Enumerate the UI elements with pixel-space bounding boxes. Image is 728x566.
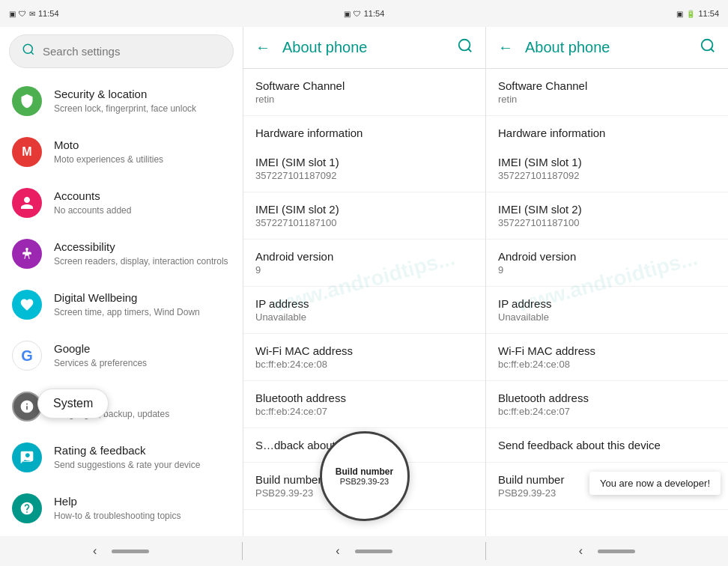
about-title-2: About phone [525,39,700,56]
help-subtitle: How-to & troubleshooting topics [54,511,231,523]
bluetooth-value-1: bc:ff:eb:24:ce:07 [255,406,473,417]
wifi-mac-title-1: Wi-Fi MAC address [255,344,473,357]
security-subtitle: Screen lock, fingerprint, face unlock [54,103,231,115]
google-item-text: Google Services & preferences [54,341,231,369]
time-right: 11:54 [698,9,719,18]
svg-line-4 [468,49,471,52]
hardware-info-header-2: Hardware information [486,116,728,145]
settings-item-security[interactable]: Security & location Screen lock, fingerp… [0,76,243,127]
build-circle-value: PSB29.39-23 [340,477,389,486]
system-item-text: System System Languages, backup, updates [54,392,231,420]
back-arrow-1[interactable]: ← [255,39,270,56]
ip-address-value-1: Unavailable [255,311,473,323]
bottom-nav-left: ‹ [0,544,242,558]
google-title: Google [54,341,231,356]
about-title-1: About phone [282,39,457,56]
shield-icon: 🛡 [19,10,26,18]
rating-title: Rating & feedback [54,443,231,458]
imei-slot2-title-1: IMEI (SIM slot 2) [255,203,473,216]
imei-slot2-2[interactable]: IMEI (SIM slot 2) 357227101187100 [486,192,728,240]
settings-item-digital-wellbeing[interactable]: Digital Wellbeing Screen time, app timer… [0,279,243,330]
software-channel-title-1: Software Channel [255,79,473,92]
accessibility-icon [12,239,42,269]
rating-icon [12,442,42,472]
settings-item-moto[interactable]: M Moto Moto experiences & utilities [0,127,243,177]
signal-icon-right: ▣ [676,10,683,18]
about-panel-2: ← About phone Software Channel retin Har… [486,27,728,536]
ip-address-2[interactable]: IP address Unavailable [486,287,728,334]
android-version-2[interactable]: Android version 9 [486,240,728,287]
about-content-2: Software Channel retin Hardware informat… [486,69,728,536]
bluetooth-2[interactable]: Bluetooth address bc:ff:eb:24:ce:07 [486,381,728,428]
svg-point-0 [23,44,32,53]
software-channel-title-2: Software Channel [498,79,716,92]
search-placeholder: Search settings [43,45,120,58]
settings-list: Security & location Screen lock, fingerp… [0,76,243,536]
imei-slot1-value-1: 357227101187092 [255,170,473,181]
message-icon: ✉ [29,10,35,18]
about-search-1[interactable] [457,37,473,58]
system-tooltip: System [37,389,109,419]
software-channel-1[interactable]: Software Channel retin [243,69,485,116]
wifi-mac-1[interactable]: Wi-Fi MAC address bc:ff:eb:24:ce:08 [243,334,485,381]
back-button-center[interactable]: ‹ [336,544,339,558]
accounts-subtitle: No accounts added [54,205,231,217]
status-right: ▣ 🔋 11:54 [485,9,728,18]
nav-pill-left [112,550,149,553]
imei-slot2-value-1: 357227101187100 [255,217,473,228]
imei-slot2-1[interactable]: IMEI (SIM slot 2) 357227101187100 [243,192,485,240]
ip-address-1[interactable]: IP address Unavailable [243,287,485,334]
settings-item-google[interactable]: G Google Services & preferences [0,330,243,381]
time-left: 11:54 [38,9,59,18]
notification-icon-center: ▣ [344,10,351,18]
accessibility-item-text: Accessibility Screen readers, display, i… [54,240,231,267]
back-button-left[interactable]: ‹ [93,544,97,558]
developer-toast: You are now a developer! [589,472,721,495]
bluetooth-title-1: Bluetooth address [255,392,473,404]
google-icon: G [12,341,42,371]
help-title: Help [54,494,231,509]
imei-slot1-title-2: IMEI (SIM slot 1) [498,156,716,168]
security-title: Security & location [54,87,231,102]
moto-title: Moto [54,138,231,153]
digital-wellbeing-subtitle: Screen time, app timers, Wind Down [54,307,231,319]
bluetooth-1[interactable]: Bluetooth address bc:ff:eb:24:ce:07 [243,381,485,428]
settings-item-system[interactable]: System System Languages, backup, updates [0,381,243,432]
digital-wellbeing-icon [12,290,42,320]
imei-slot1-1[interactable]: IMEI (SIM slot 1) 357227101187092 [243,145,485,192]
about-header-2: ← About phone [486,27,728,69]
software-channel-value-1: retin [255,94,473,105]
imei-slot2-value-2: 357227101187100 [498,217,716,228]
status-bar: ▣ 🛡 ✉ 11:54 ▣ 🛡 11:54 ▣ 🔋 11:54 [0,0,728,27]
imei-slot1-2[interactable]: IMEI (SIM slot 1) 357227101187092 [486,145,728,192]
moto-letter: M [22,145,31,159]
send-feedback-2[interactable]: Send feedback about this device [486,428,728,463]
svg-point-5 [702,40,713,51]
android-version-value-2: 9 [498,264,716,276]
help-icon [12,493,42,523]
bottom-nav: ‹ ‹ ‹ [0,536,728,566]
bluetooth-value-2: bc:ff:eb:24:ce:07 [498,406,716,417]
battery-icon-right: 🔋 [686,10,695,18]
ip-address-title-1: IP address [255,297,473,310]
wifi-mac-2[interactable]: Wi-Fi MAC address bc:ff:eb:24:ce:08 [486,334,728,381]
settings-item-rating[interactable]: Rating & feedback Send suggestions & rat… [0,432,243,483]
bottom-nav-center: ‹ [243,544,485,558]
settings-item-accounts[interactable]: Accounts No accounts added [0,177,243,228]
about-search-2[interactable] [700,37,716,58]
software-channel-2[interactable]: Software Channel retin [486,69,728,116]
back-arrow-2[interactable]: ← [498,39,513,56]
search-bar[interactable]: Search settings [9,34,234,68]
android-version-1[interactable]: Android version 9 [243,240,485,287]
moto-icon: M [12,137,42,167]
ip-address-title-2: IP address [498,297,716,310]
shield-icon-center: 🛡 [354,10,361,18]
hardware-info-header-1: Hardware information [243,116,485,145]
bluetooth-title-2: Bluetooth address [498,392,716,404]
back-button-right[interactable]: ‹ [579,544,583,558]
android-version-title-2: Android version [498,250,716,263]
bottom-nav-right: ‹ [486,544,728,558]
settings-item-accessibility[interactable]: Accessibility Screen readers, display, i… [0,228,243,279]
ip-address-value-2: Unavailable [498,311,716,323]
settings-item-help[interactable]: Help How-to & troubleshooting topics [0,483,243,534]
